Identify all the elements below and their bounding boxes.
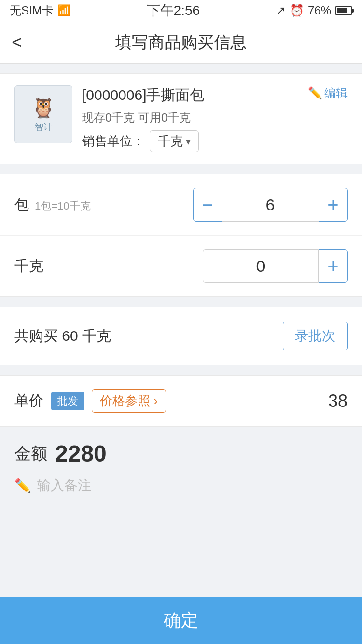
price-tag: 批发 bbox=[51, 392, 84, 410]
kg-qty-input[interactable] bbox=[203, 249, 319, 283]
confirm-bar[interactable]: 确定 bbox=[0, 597, 362, 644]
unit-select[interactable]: 千克 ▾ bbox=[150, 130, 199, 152]
bao-qty-input[interactable] bbox=[222, 188, 319, 222]
page-title: 填写商品购买信息 bbox=[115, 31, 247, 54]
edit-button[interactable]: ✏️ 编辑 bbox=[308, 85, 348, 101]
kg-qty-control: + bbox=[203, 249, 348, 283]
status-left: 无SIM卡 📶 bbox=[10, 3, 70, 18]
status-bar: 无SIM卡 📶 下午2:56 ↗ ⏰ 76% bbox=[0, 0, 362, 21]
edit-icon: ✏️ bbox=[308, 86, 322, 100]
product-thumbnail-icon: 🦉 bbox=[31, 97, 56, 119]
total-row: 共购买 60 千克 录批次 bbox=[0, 307, 362, 365]
time-display: 下午2:56 bbox=[147, 1, 200, 20]
edit-label: 编辑 bbox=[324, 85, 348, 101]
status-right: ↗ ⏰ 76% bbox=[276, 4, 352, 17]
bao-section: 包 1包=10千克 − + 千克 + bbox=[0, 174, 362, 297]
product-info: [0000006]手撕面包 ✏️ 编辑 现存0千克 可用0千克 销售单位： 千克… bbox=[82, 85, 348, 152]
bao-plus-button[interactable]: + bbox=[319, 188, 348, 222]
amount-label: 金额 bbox=[14, 443, 47, 465]
unit-value: 千克 bbox=[158, 133, 183, 150]
kg-row: 千克 + bbox=[0, 236, 362, 296]
product-img-label: 智计 bbox=[35, 121, 52, 133]
product-stock: 现存0千克 可用0千克 bbox=[82, 110, 348, 126]
carrier-text: 无SIM卡 bbox=[10, 3, 54, 18]
unit-label: 销售单位： bbox=[82, 133, 145, 150]
note-placeholder: 输入备注 bbox=[37, 476, 91, 495]
product-name: [0000006]手撕面包 bbox=[82, 85, 204, 105]
price-value: 38 bbox=[328, 391, 348, 411]
product-unit-row: 销售单位： 千克 ▾ bbox=[82, 130, 348, 152]
nav-bar: < 填写商品购买信息 bbox=[0, 21, 362, 64]
back-button[interactable]: < bbox=[12, 32, 22, 53]
total-label: 共购买 60 千克 bbox=[14, 326, 111, 346]
amount-value: 2280 bbox=[55, 440, 107, 467]
alarm-icon: ⏰ bbox=[290, 4, 304, 17]
bao-row: 包 1包=10千克 − + bbox=[0, 174, 362, 236]
confirm-button[interactable]: 确定 bbox=[164, 609, 198, 632]
bao-qty-control: − + bbox=[193, 188, 348, 222]
note-row[interactable]: ✏️ 输入备注 bbox=[14, 476, 348, 504]
bao-label: 包 1包=10千克 bbox=[14, 195, 193, 215]
price-label: 单价 bbox=[14, 391, 43, 411]
bao-sublabel: 1包=10千克 bbox=[35, 199, 91, 213]
pencil-icon: ✏️ bbox=[14, 478, 31, 494]
battery-percent: 76% bbox=[308, 4, 331, 17]
amount-row: 金额 2280 bbox=[14, 440, 348, 467]
kg-label: 千克 bbox=[14, 256, 203, 276]
batch-button[interactable]: 录批次 bbox=[283, 322, 348, 350]
kg-plus-button[interactable]: + bbox=[319, 249, 348, 283]
bao-minus-button[interactable]: − bbox=[193, 188, 222, 222]
price-ref-button[interactable]: 价格参照 › bbox=[92, 389, 166, 413]
chevron-down-icon: ▾ bbox=[186, 136, 191, 147]
battery-icon bbox=[335, 6, 352, 15]
product-image: 🦉 智计 bbox=[14, 85, 72, 143]
amount-section: 金额 2280 ✏️ 输入备注 bbox=[0, 427, 362, 504]
location-icon: ↗ bbox=[276, 4, 286, 17]
product-card: 🦉 智计 [0000006]手撕面包 ✏️ 编辑 现存0千克 可用0千克 销售单… bbox=[0, 73, 362, 164]
wifi-icon: 📶 bbox=[57, 4, 70, 17]
price-section: 单价 批发 价格参照 › 38 bbox=[0, 375, 362, 427]
